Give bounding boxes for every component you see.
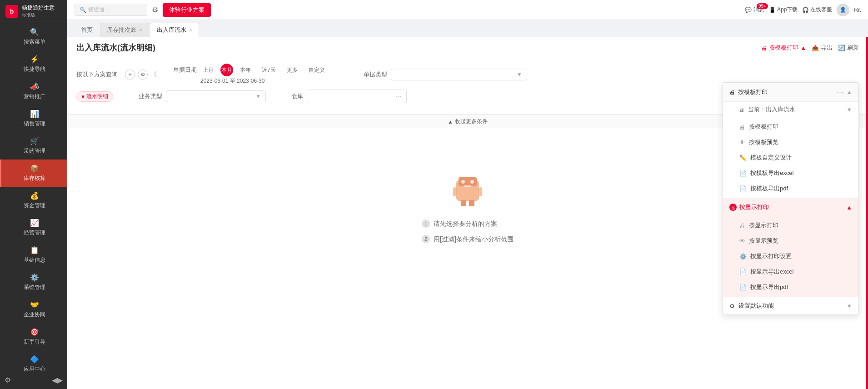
item-icon-template-preview: 👁 [739, 139, 745, 146]
current-arrow-icon: ▼ [846, 106, 852, 113]
dropdown-item-template-excel[interactable]: 📄按模板导出excel [723, 165, 858, 181]
biz-type-select[interactable]: ▼ [166, 90, 266, 102]
sidebar-item-finance[interactable]: 💰资金管理 [0, 187, 67, 214]
sidebar-item-guide[interactable]: 🎯新手引导 [0, 323, 67, 350]
warehouse-more-icon[interactable]: ··· [396, 92, 402, 100]
topbar-search-box[interactable]: 🔍 畅捷通... [75, 4, 147, 16]
export-btn[interactable]: 📤 导出 [812, 44, 833, 52]
current-template-item[interactable]: 🖨 当前：出入库流水 ▼ [723, 102, 858, 117]
filter-settings-btn[interactable]: ⚙ [138, 70, 148, 80]
tab-close-batch[interactable]: × [139, 27, 142, 33]
dropdown-item-template-pdf[interactable]: 📄按模板导出pdf [723, 181, 858, 196]
date-btn-本年[interactable]: 本年 [236, 65, 255, 76]
dropdown-item-display-excel[interactable]: 📄按显示导出excel [723, 264, 858, 279]
filter-add-btn[interactable]: + [125, 70, 135, 80]
date-filter-btns: 上月本月本年近7天更多自定义 [199, 64, 329, 76]
sidebar-item-marketing[interactable]: 📣营销推广 [0, 78, 67, 105]
item-label-template-custom: 模板自定义设计 [750, 154, 792, 162]
date-btn-自定义[interactable]: 自定义 [304, 65, 329, 76]
settings-footer-icon: ⚙ [729, 303, 735, 309]
bill-type-select[interactable]: ▼ [391, 69, 527, 80]
display-section: 🖨 按显示打印 ▲ 🖨按显示打印👁按显示预览⚙️按显示打印设置📄按显示导出exc… [723, 199, 858, 297]
sidebar-item-apps[interactable]: 🔷应用中心 [0, 350, 67, 371]
display-icon: 🖨 [729, 204, 737, 211]
active-filter-label: 流水明细 [86, 93, 108, 100]
date-btn-近7天[interactable]: 近7天 [258, 65, 280, 76]
sidebar-item-basic[interactable]: 📋基础信息 [0, 241, 67, 269]
dropdown-footer-arrow[interactable]: ▼ [846, 303, 852, 309]
tab-batch[interactable]: 库存批次账× [100, 23, 149, 37]
sidebar-item-search[interactable]: 🔍搜索菜单 [0, 23, 67, 50]
sidebar-item-sales[interactable]: 📊销售管理 [0, 105, 67, 132]
sidebar-icon-basic: 📋 [30, 246, 39, 254]
date-btn-更多[interactable]: 更多 [283, 65, 302, 76]
sidebar-icon-apps: 🔷 [30, 355, 39, 364]
sidebar-icon-marketing: 📣 [30, 82, 39, 91]
sidebar-label-operation: 经营管理 [24, 229, 45, 237]
sidebar-item-inventory[interactable]: 📦库存核算 [0, 160, 67, 187]
dropdown-item-template-custom[interactable]: ✏️模板自定义设计 [723, 150, 858, 165]
search-text: 畅捷通... [88, 6, 109, 14]
item-label-template-excel: 按模板导出excel [750, 169, 793, 177]
warehouse-select[interactable]: ··· [307, 90, 407, 103]
item-label-display-print: 按显示打印 [749, 221, 778, 229]
sidebar-item-purchase[interactable]: 🛒采购管理 [0, 132, 67, 160]
sidebar-nav: 🔍搜索菜单⚡快捷导航📣营销推广📊销售管理🛒采购管理📦库存核算💰资金管理📈经营管理… [0, 23, 67, 371]
item-label-display-settings: 按显示打印设置 [750, 252, 792, 260]
date-btn-本月[interactable]: 本月 [220, 64, 233, 76]
step-num-2: 2 [422, 235, 430, 243]
notice-icon: 💬 [745, 7, 752, 13]
sidebar-item-operation[interactable]: 📈经营管理 [0, 214, 67, 241]
dropdown-more-icon[interactable]: ··· [837, 87, 843, 97]
display-collapse-icon[interactable]: ▲ [846, 204, 852, 211]
svg-point-3 [470, 180, 474, 184]
dropdown-item-template-preview[interactable]: 👁按模板预览 [723, 135, 858, 150]
template-header: 🖨 按模板打印 ··· ▲ [723, 83, 858, 102]
sidebar-label-apps: 应用中心 [24, 365, 45, 371]
notice-btn[interactable]: 💬 消息 99+ [745, 6, 764, 14]
refresh-icon: 🔄 [838, 45, 845, 51]
print-template-btn[interactable]: 🖨 按模板打印 ▲ [761, 44, 806, 52]
tab-close-flow[interactable]: × [189, 27, 192, 33]
logo-text-block: 畅捷通好生意 标准版 [22, 5, 55, 18]
industry-btn[interactable]: 体验行业方案 [163, 3, 211, 17]
sidebar-item-system[interactable]: ⚙️系统管理 [0, 269, 67, 296]
sidebar-item-shortcut[interactable]: ⚡快捷导航 [0, 50, 67, 78]
app-download-btn[interactable]: 📱 App下载 [769, 6, 798, 14]
refresh-btn[interactable]: 🔄 刷新 [838, 44, 859, 52]
settings-bottom-icon[interactable]: ⚙ [5, 376, 11, 384]
logo-name: 畅捷通好生意 [22, 5, 55, 12]
topbar-settings-icon[interactable]: ⚙ [152, 5, 158, 14]
sidebar-icon-system: ⚙️ [30, 273, 39, 282]
user-avatar[interactable]: 👤 [837, 4, 849, 16]
active-filter-tag[interactable]: ● 流水明细 [76, 91, 113, 102]
dropdown-item-template-print[interactable]: 🖨按模板打印 [723, 119, 858, 135]
resize-handle[interactable] [866, 37, 868, 389]
sidebar-item-cooperation[interactable]: 🤝企业协同 [0, 296, 67, 323]
template-header-title: 🖨 按模板打印 [729, 88, 768, 96]
sidebar-icon-sales: 📊 [30, 110, 39, 118]
dropdown-footer: ⚙ 设置默认功能 ▼ [723, 297, 858, 314]
svg-rect-6 [479, 187, 482, 196]
online-service-btn[interactable]: 🎧 在线客服 [802, 6, 832, 14]
dropdown-item-display-print[interactable]: 🖨按显示打印 [723, 218, 858, 233]
sidebar-label-sales: 销售管理 [24, 120, 45, 128]
date-btn-上月[interactable]: 上月 [199, 65, 218, 76]
dropdown-item-display-preview[interactable]: 👁按显示预览 [723, 233, 858, 249]
sidebar-icon-cooperation: 🤝 [30, 300, 39, 309]
username-label: Rit [854, 7, 861, 13]
item-icon-display-settings: ⚙️ [739, 253, 747, 260]
collapse-sidebar-icon[interactable]: ◀▶ [52, 376, 63, 384]
display-items-list: 🖨按显示打印👁按显示预览⚙️按显示打印设置📄按显示导出excel📄按显示导出pd… [723, 216, 858, 297]
empty-svg [445, 165, 490, 210]
dropdown-up-icon[interactable]: ▲ [846, 89, 852, 95]
phone-icon: 📱 [769, 7, 776, 13]
tab-flow[interactable]: 出入库流水× [150, 23, 199, 37]
notice-badge: 99+ [757, 3, 768, 9]
tab-home[interactable]: 首页 [75, 23, 99, 37]
print-header-icon: 🖨 [729, 89, 735, 95]
dropdown-item-display-settings[interactable]: ⚙️按显示打印设置 [723, 249, 858, 264]
dropdown-item-display-pdf[interactable]: 📄按显示导出pdf [723, 279, 858, 295]
sidebar-label-inventory: 库存核算 [24, 175, 45, 182]
filter-collapse-icon[interactable]: 《 [150, 70, 157, 79]
